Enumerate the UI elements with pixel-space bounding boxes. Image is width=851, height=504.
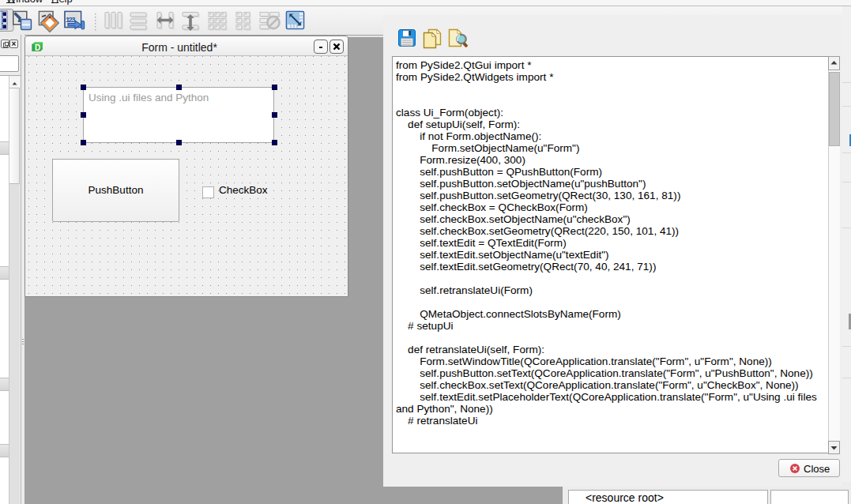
- svg-text:123: 123: [66, 15, 76, 24]
